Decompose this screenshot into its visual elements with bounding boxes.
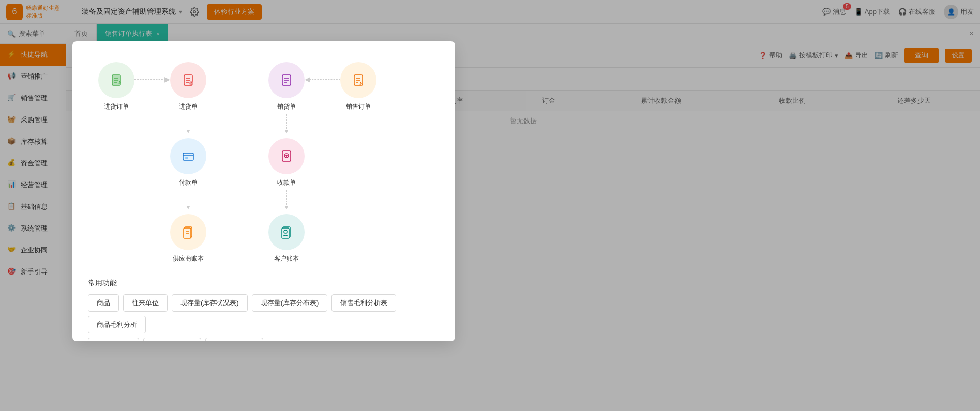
- flow-col-2: 进货单 ▼: [170, 62, 206, 263]
- flow-col-3: 销货单 ▼: [268, 62, 305, 263]
- flow-node-purchase-order[interactable]: 进货订单: [98, 62, 134, 111]
- func-buttons: 商品 往来单位 现存量(库存状况表) 现存量(库存分布表) 销售毛利分析表 商品…: [88, 294, 440, 333]
- func-btn-sales-rank[interactable]: 销售排行榜: [88, 338, 139, 341]
- func-btn-payment-stats[interactable]: 付款情况统计: [205, 338, 263, 341]
- func-btn-stock-status[interactable]: 现存量(库存状况表): [172, 294, 248, 312]
- flow-node-sales-bill[interactable]: 销货单: [268, 62, 305, 111]
- common-functions: 常用功能 商品 往来单位 现存量(库存状况表) 现存量(库存分布表) 销售毛利分…: [88, 279, 440, 341]
- scroll-left-btn[interactable]: ◀: [74, 340, 83, 341]
- customer-ledger-icon: [268, 214, 305, 250]
- svg-point-12: [191, 84, 192, 85]
- arrow-down-1: ▼: [185, 114, 191, 135]
- func-btn-product[interactable]: 商品: [88, 294, 119, 312]
- func-btn-receipt-stats[interactable]: 收款情况统计: [143, 338, 201, 341]
- payment-bill-icon: [170, 138, 206, 174]
- flow-col-4: 销售订单: [340, 62, 376, 111]
- flow-col-1: 进货订单: [98, 62, 134, 111]
- svg-rect-13: [183, 153, 193, 160]
- quick-nav-popup: 进货订单 ▶: [72, 41, 455, 341]
- svg-rect-15: [185, 157, 188, 159]
- sales-order-icon: [340, 62, 376, 98]
- flow-node-purchase-bill[interactable]: 进货单: [170, 62, 206, 111]
- flow-node-payment-bill[interactable]: 付款单: [170, 138, 206, 187]
- arrow-2: ▶: [305, 75, 340, 83]
- flow-diagram: 进货订单 ▶: [88, 57, 440, 268]
- arrow-1: ▶: [134, 75, 170, 83]
- common-functions-title: 常用功能: [88, 279, 440, 288]
- flow-node-receipt-bill[interactable]: 收款单: [268, 138, 305, 187]
- popup-overlay[interactable]: 进货订单 ▶: [0, 0, 980, 411]
- arrow-down-3: ▼: [283, 114, 290, 135]
- func-btn-sales-profit[interactable]: 销售毛利分析表: [331, 294, 396, 312]
- popup-content: 进货订单 ▶: [72, 41, 455, 341]
- purchase-order-icon: [98, 62, 134, 98]
- func-btn-product-profit[interactable]: 商品毛利分析: [88, 316, 146, 333]
- flow-node-customer-ledger[interactable]: 客户账本: [268, 214, 305, 263]
- flow-node-supplier-ledger[interactable]: 供应商账本: [170, 214, 206, 263]
- func-buttons-row2: 销售排行榜 收款情况统计 付款情况统计: [88, 338, 440, 341]
- sales-bill-icon: [268, 62, 305, 98]
- purchase-bill-icon: [170, 62, 206, 98]
- flow-node-sales-order[interactable]: 销售订单: [340, 62, 376, 111]
- arrow-down-2: ▼: [185, 190, 191, 211]
- func-btn-partner[interactable]: 往来单位: [123, 294, 168, 312]
- supplier-ledger-icon: [170, 214, 206, 250]
- scroll-right-btn[interactable]: ▶: [445, 340, 453, 341]
- arrow-down-4: ▼: [283, 190, 290, 211]
- receipt-bill-icon: [268, 138, 305, 174]
- func-btn-stock-dist[interactable]: 现存量(库存分布表): [252, 294, 328, 312]
